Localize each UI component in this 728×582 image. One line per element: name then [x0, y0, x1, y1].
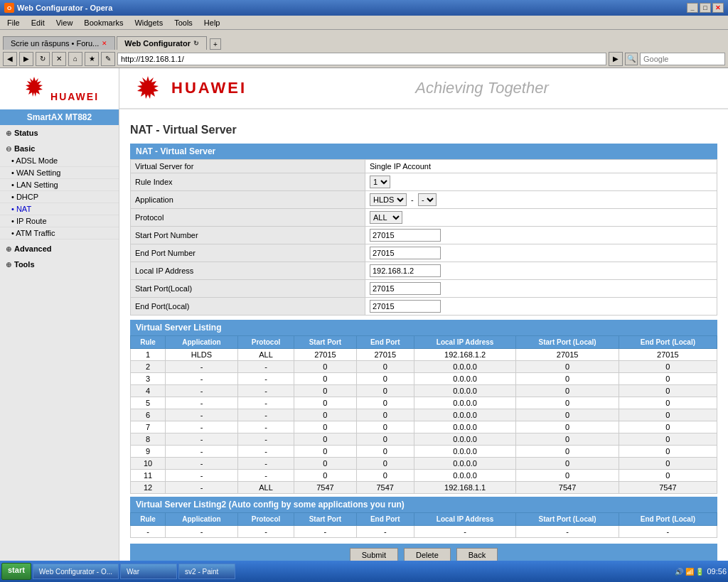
- tab-forum-close[interactable]: ✕: [102, 40, 107, 47]
- listing1-header-row: Rule Application Protocol Start Port End…: [131, 336, 717, 349]
- form-row-application: Application HLDS - -: [131, 191, 717, 209]
- reload-button[interactable]: ↻: [36, 52, 50, 66]
- tab-forum[interactable]: Scrie un răspuns • Foru... ✕: [3, 36, 115, 50]
- delete-button[interactable]: Delete: [404, 548, 451, 562]
- sidebar-brand: HUAWEI: [50, 91, 99, 102]
- col-local-ip: Local IP Address: [414, 336, 516, 349]
- end-port-local-input[interactable]: [370, 300, 441, 313]
- wand-button[interactable]: ✎: [101, 52, 115, 66]
- form-row-end-port-local: End Port(Local): [131, 298, 717, 316]
- table-row: 8--000.0.0.000: [131, 433, 717, 446]
- sidebar-item-iproute[interactable]: • IP Route: [0, 215, 119, 227]
- close-button[interactable]: ✕: [712, 3, 724, 13]
- menu-tools[interactable]: Tools: [170, 18, 197, 28]
- back-button[interactable]: Back: [456, 548, 498, 562]
- col-application: Application: [166, 336, 238, 349]
- listing2-header: Virtual Server Listing2 (Auto config by …: [130, 497, 717, 512]
- bookmark-button[interactable]: ★: [85, 52, 99, 66]
- sidebar-section-advanced: ⊕ Advanced: [0, 241, 119, 257]
- home-button[interactable]: ⌂: [68, 52, 82, 66]
- col2-end-port-local: End Port (Local): [619, 513, 717, 526]
- stop-button[interactable]: ✕: [52, 52, 66, 66]
- col2-protocol: Protocol: [237, 513, 294, 526]
- value-protocol: ALLTCPUDP: [365, 209, 717, 227]
- menu-bookmarks[interactable]: Bookmarks: [80, 18, 127, 28]
- label-application: Application: [131, 191, 365, 209]
- menu-view[interactable]: View: [52, 18, 77, 28]
- back-button[interactable]: ◀: [3, 52, 17, 66]
- status-expand-icon: ⊕: [6, 129, 11, 137]
- local-ip-input[interactable]: [370, 264, 441, 277]
- maximize-button[interactable]: □: [700, 3, 711, 13]
- label-local-ip: Local IP Address: [131, 262, 365, 280]
- label-rule-index: Rule Index: [131, 173, 365, 191]
- window-titlebar: O Web Configurator - Opera _ □ ✕: [0, 0, 728, 16]
- value-start-port: [365, 227, 717, 244]
- sidebar-item-wan[interactable]: • WAN Setting: [0, 167, 119, 179]
- value-local-ip: [365, 262, 717, 280]
- end-port-input[interactable]: [370, 247, 441, 259]
- table-row: 6--000.0.0.000: [131, 409, 717, 421]
- sidebar-section-tools: ⊕ Tools: [0, 257, 119, 272]
- col2-application: Application: [166, 513, 238, 526]
- menu-widgets[interactable]: Widgets: [130, 18, 167, 28]
- menu-help[interactable]: Help: [200, 18, 225, 28]
- tab-reload-icon[interactable]: ↻: [193, 40, 199, 47]
- sidebar-item-lan[interactable]: • LAN Setting: [0, 179, 119, 191]
- content-body: NAT - Virtual Server NAT - Virtual Serve…: [119, 109, 728, 564]
- go-button[interactable]: ▶: [609, 52, 623, 66]
- value-end-port-local: [365, 298, 717, 316]
- sidebar-item-nat[interactable]: • NAT: [0, 203, 119, 215]
- submit-button[interactable]: Submit: [350, 548, 398, 562]
- value-end-port: [365, 244, 717, 262]
- start-button[interactable]: start: [1, 563, 31, 580]
- taskbar-item-war[interactable]: War: [120, 564, 177, 579]
- sidebar-basic-label: Basic: [14, 144, 35, 153]
- sidebar-group-basic[interactable]: ⊖ Basic: [0, 142, 119, 155]
- form-row-protocol: Protocol ALLTCPUDP: [131, 209, 717, 227]
- table-row: 3--000.0.0.000: [131, 373, 717, 385]
- window-icon: O: [4, 3, 14, 13]
- system-tray: 🔊 📶 🔋: [675, 568, 705, 576]
- new-tab-button[interactable]: +: [210, 38, 221, 50]
- listing2-header-row: Rule Application Protocol Start Port End…: [131, 513, 717, 526]
- addressbar: ◀ ▶ ↻ ✕ ⌂ ★ ✎ ▶ 🔍: [0, 50, 728, 68]
- sidebar-item-adsl[interactable]: • ADSL Mode: [0, 155, 119, 167]
- protocol-select[interactable]: ALLTCPUDP: [370, 211, 402, 224]
- form-row-local-ip: Local IP Address: [131, 262, 717, 280]
- sidebar-item-dhcp[interactable]: • DHCP: [0, 191, 119, 203]
- label-protocol: Protocol: [131, 209, 365, 227]
- sidebar-status-label: Status: [14, 129, 38, 137]
- taskbar-item-paint[interactable]: sv2 - Paint: [178, 564, 235, 579]
- sidebar-group-status[interactable]: ⊕ Status: [0, 126, 119, 139]
- label-start-port: Start Port Number: [131, 227, 365, 244]
- search-input[interactable]: [640, 53, 725, 65]
- sidebar-group-tools[interactable]: ⊕ Tools: [0, 258, 119, 271]
- advanced-expand-icon: ⊕: [6, 245, 11, 253]
- value-rule-index: 123: [365, 173, 717, 191]
- minimize-button[interactable]: _: [687, 3, 698, 13]
- tab-forum-label: Scrie un răspuns • Foru...: [11, 39, 99, 48]
- window-controls[interactable]: _ □ ✕: [687, 3, 724, 13]
- content-wrapper: HUAWEI Achieving Together NAT - Virtual …: [119, 68, 728, 564]
- sidebar-group-advanced[interactable]: ⊕ Advanced: [0, 242, 119, 255]
- forward-button[interactable]: ▶: [19, 52, 33, 66]
- huawei-logo-svg: [20, 75, 48, 100]
- application-select[interactable]: HLDS: [370, 193, 407, 206]
- label-virtual-server-for: Virtual Server for: [131, 160, 365, 173]
- taskbar-item-webconfig[interactable]: Web Configurator - O...: [33, 564, 119, 579]
- value-virtual-server-for: Single IP Account: [365, 160, 717, 173]
- start-port-local-input[interactable]: [370, 282, 441, 295]
- menu-edit[interactable]: Edit: [27, 18, 49, 28]
- application-sub-select[interactable]: -: [418, 193, 437, 206]
- tab-webconfig[interactable]: Web Configurator ↻: [117, 36, 207, 50]
- start-port-input[interactable]: [370, 229, 441, 242]
- rule-index-select[interactable]: 123: [370, 176, 390, 188]
- tab-webconfig-label: Web Configurator: [124, 39, 191, 48]
- sidebar-item-atm[interactable]: • ATM Traffic: [0, 227, 119, 239]
- taskbar: start Web Configurator - O... War sv2 - …: [0, 561, 728, 582]
- table-row: 1HLDSALL2701527015192.168.1.22701527015: [131, 349, 717, 361]
- address-input[interactable]: [117, 53, 606, 65]
- menu-file[interactable]: File: [3, 18, 24, 28]
- sidebar: HUAWEI SmartAX MT882 ⊕ Status ⊖ Basic • …: [0, 68, 119, 564]
